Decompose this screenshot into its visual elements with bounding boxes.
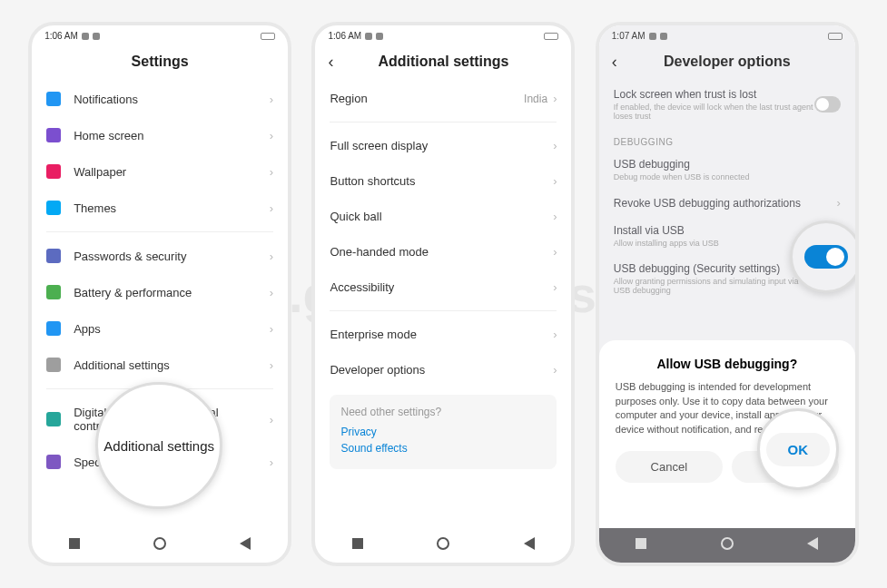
security-icon [46, 249, 61, 263]
row-sub: If enabled, the device will lock when th… [614, 103, 814, 121]
back-button[interactable]: ‹ [328, 53, 333, 72]
settings-row-additional[interactable]: Additional settings › [46, 347, 273, 383]
chevron-right-icon: › [553, 328, 557, 341]
row-label: Passwords & security [74, 250, 186, 263]
row-label: Enterprise mode [330, 328, 416, 341]
chevron-right-icon: › [553, 280, 557, 294]
row-label: Quick ball [330, 210, 381, 223]
status-icon [649, 33, 656, 40]
divider [46, 231, 273, 232]
row-label: Apps [74, 322, 101, 336]
home-icon [46, 128, 61, 142]
row-quick-ball[interactable]: Quick ball› [330, 199, 557, 234]
chevron-right-icon: › [836, 196, 840, 210]
row-developer-options[interactable]: Developer options› [330, 352, 557, 387]
row-usb-debugging[interactable]: USB debugging Debug mode when USB is con… [614, 151, 841, 189]
nav-back-icon[interactable] [524, 537, 535, 550]
chevron-right-icon: › [270, 201, 273, 215]
special-icon [46, 455, 61, 469]
nav-recent-icon[interactable] [636, 538, 646, 549]
chevron-right-icon: › [270, 322, 273, 336]
row-one-handed[interactable]: One-handed mode› [330, 234, 557, 270]
toggle-lock-trust[interactable] [814, 96, 841, 113]
settings-row-notifications[interactable]: Notifications › [46, 81, 273, 117]
chevron-right-icon: › [270, 358, 273, 372]
divider [330, 122, 557, 122]
phone-settings: 1:06 AM Settings Notifications › Home sc… [28, 22, 291, 566]
nav-home-icon[interactable] [437, 537, 449, 550]
cancel-button[interactable]: Cancel [616, 451, 723, 483]
status-bar: 1:07 AM [599, 25, 855, 43]
chevron-right-icon: › [553, 92, 557, 105]
apps-icon [46, 321, 61, 336]
wallpaper-icon [46, 164, 61, 179]
status-time: 1:06 AM [328, 31, 361, 41]
link-privacy[interactable]: Privacy [340, 426, 546, 438]
row-revoke-auth[interactable]: Revoke USB debugging authorizations › [614, 189, 841, 217]
settings-list: Notifications › Home screen › Wallpaper … [32, 81, 288, 528]
footer-title: Need other settings? [340, 406, 546, 418]
ok-button-highlight[interactable]: OK [766, 433, 831, 466]
nav-home-icon[interactable] [721, 537, 734, 550]
additional-icon [46, 358, 61, 372]
section-debugging: DEBUGGING [614, 137, 841, 147]
status-icon [660, 33, 667, 40]
link-sound-effects[interactable]: Sound effects [340, 442, 546, 455]
chevron-right-icon: › [270, 456, 273, 469]
row-enterprise[interactable]: Enterprise mode› [330, 317, 557, 352]
row-label: Notifications [74, 93, 138, 106]
dialog-title: Allow USB debugging? [616, 357, 839, 371]
settings-row-themes[interactable]: Themes › [46, 190, 273, 226]
status-time: 1:07 AM [612, 31, 646, 41]
status-icon [365, 33, 372, 40]
chevron-right-icon: › [553, 139, 557, 152]
status-icon [93, 33, 100, 40]
nav-recent-icon[interactable] [69, 538, 80, 549]
nav-bar [315, 528, 571, 563]
page-title: Settings [132, 54, 189, 70]
row-label: Wallpaper [74, 165, 126, 179]
row-sub: Allow installing apps via USB [614, 239, 719, 248]
row-label: Themes [74, 201, 116, 215]
chevron-right-icon: › [553, 210, 557, 223]
phone-additional-settings: 1:06 AM ‹ Additional settings Region Ind… [311, 22, 575, 566]
notifications-icon [46, 92, 61, 106]
row-label: USB debugging (Security settings) [614, 262, 815, 275]
status-icon [82, 33, 89, 40]
row-sub: Allow granting permissions and simulatin… [614, 277, 815, 295]
row-label: Button shortcuts [330, 174, 415, 188]
divider [330, 310, 557, 311]
nav-home-icon[interactable] [153, 537, 166, 550]
row-accessibility[interactable]: Accessibility› [330, 270, 557, 305]
row-label: Additional settings [74, 358, 170, 372]
developer-options-list: Lock screen when trust is lost If enable… [599, 81, 855, 528]
row-label: Revoke USB debugging authorizations [614, 197, 801, 210]
row-region[interactable]: Region India › [330, 81, 557, 116]
row-label: One-handed mode [330, 245, 428, 259]
page-header: ‹ Additional settings [315, 43, 571, 81]
page-header: ‹ Developer options [599, 43, 855, 81]
status-time: 1:06 AM [44, 31, 78, 41]
settings-row-battery[interactable]: Battery & performance › [46, 274, 273, 310]
settings-row-wallpaper[interactable]: Wallpaper › [46, 153, 273, 190]
nav-recent-icon[interactable] [352, 538, 363, 549]
phone-developer-options: 1:07 AM ‹ Developer options Lock screen … [596, 22, 859, 566]
row-label: Install via USB [614, 224, 719, 237]
back-button[interactable]: ‹ [612, 53, 617, 72]
battery-icon [828, 33, 843, 40]
settings-row-home[interactable]: Home screen › [46, 117, 273, 153]
row-fullscreen[interactable]: Full screen display› [330, 128, 557, 163]
toggle-usb-debugging[interactable] [804, 245, 848, 269]
nav-back-icon[interactable] [807, 537, 818, 550]
battery-icon [544, 33, 558, 40]
settings-row-security[interactable]: Passwords & security › [46, 238, 273, 274]
settings-row-apps[interactable]: Apps › [46, 310, 273, 347]
row-label: Developer options [330, 363, 425, 377]
row-sub: Debug mode when USB is connected [614, 172, 750, 181]
chevron-right-icon: › [270, 413, 273, 426]
nav-back-icon[interactable] [240, 537, 251, 550]
row-lock-screen-trust[interactable]: Lock screen when trust is lost If enable… [614, 81, 841, 128]
status-bar: 1:06 AM [32, 25, 288, 43]
row-button-shortcuts[interactable]: Button shortcuts› [330, 163, 557, 199]
themes-icon [46, 201, 61, 215]
